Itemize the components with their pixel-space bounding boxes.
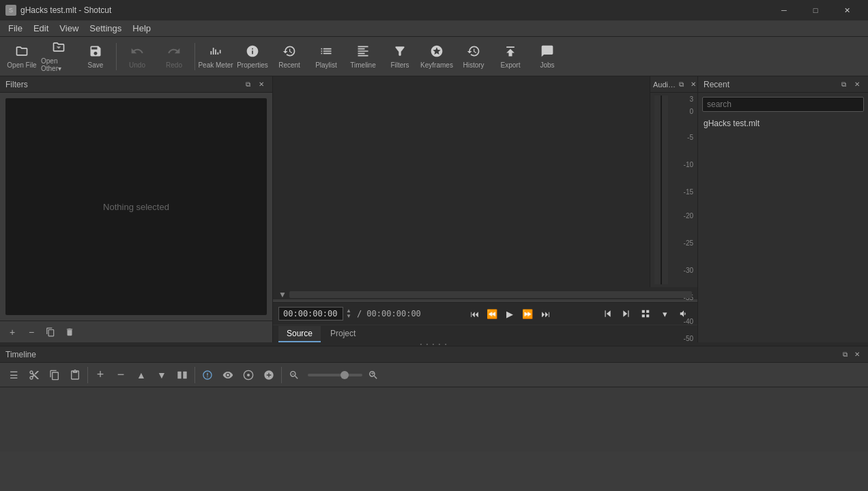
tl-add-button[interactable]: +: [91, 366, 110, 385]
undo-button[interactable]: Undo: [119, 39, 155, 74]
recent-panel-header: Recent ⧉ ✕: [698, 76, 868, 93]
tl-menu-button[interactable]: ☰: [4, 366, 23, 385]
recent-panel-close[interactable]: ✕: [852, 79, 863, 90]
tl-paste-button[interactable]: [66, 366, 85, 385]
grid-button[interactable]: [637, 306, 654, 322]
filter-nothing-selected: Nothing selected: [103, 202, 169, 212]
player-area: Audi… ⧉ ✕ 3 0 -5 -10 -15 -20 -25 -30 -35: [273, 76, 697, 287]
recent-search-input[interactable]: [702, 97, 864, 112]
tl-sep-2: [194, 367, 195, 383]
timeline-content: [0, 387, 868, 451]
recent-item-0[interactable]: gHacks test.mlt: [698, 116, 868, 131]
open-other-icon: [52, 40, 66, 56]
progress-bar[interactable]: [289, 291, 692, 298]
timeline-header: Timeline ⧉ ✕: [0, 346, 868, 363]
timeline-toolbar: ☰ + − ▲ ▼: [0, 363, 868, 387]
tl-overwrite-button[interactable]: ▼: [152, 366, 171, 385]
tl-zoom-in-button[interactable]: [364, 366, 383, 385]
menu-help[interactable]: Help: [127, 20, 156, 37]
zoom-thumb[interactable]: [341, 371, 349, 379]
svg-point-3: [247, 374, 250, 376]
export-icon: [504, 44, 517, 60]
tl-zoom-slider-area[interactable]: [308, 374, 362, 376]
open-file-button[interactable]: Open File: [4, 39, 40, 74]
tl-lift-button[interactable]: ▲: [132, 366, 151, 385]
timeline-button[interactable]: Timeline: [345, 39, 381, 74]
menu-edit[interactable]: Edit: [28, 20, 54, 37]
audio-bar-left: [654, 95, 661, 284]
video-player: [273, 76, 650, 287]
next-frame-button[interactable]: ⏩: [519, 306, 536, 322]
scale-neg20: -20: [684, 212, 693, 220]
filters-label: Filters: [390, 61, 409, 69]
tl-zoom-out-button[interactable]: [285, 366, 304, 385]
skip-start-button[interactable]: ⏮: [466, 306, 482, 322]
peak-meter-button[interactable]: Peak Meter: [198, 39, 233, 74]
grid-dropdown-button[interactable]: ▾: [656, 306, 673, 322]
timeline-close[interactable]: ✕: [852, 349, 863, 360]
history-button[interactable]: History: [456, 39, 491, 74]
maximize-button[interactable]: □: [800, 0, 831, 20]
recent-panel-undock[interactable]: ⧉: [838, 79, 849, 90]
tl-remove-button[interactable]: −: [111, 366, 130, 385]
out-point-button[interactable]: [618, 306, 635, 322]
redo-label: Redo: [166, 61, 182, 69]
player-right-controls: ▾: [599, 306, 692, 322]
delete-filter-button[interactable]: [61, 324, 78, 340]
scale-neg30: -30: [684, 267, 693, 274]
properties-button[interactable]: Properties: [235, 39, 270, 74]
timeline-title: Timeline: [5, 350, 36, 359]
time-display: ▲ ▼ / 00:00:00:00: [278, 307, 421, 321]
playlist-button[interactable]: Playlist: [308, 39, 344, 74]
progress-bar-area[interactable]: ▼: [273, 287, 697, 299]
close-button[interactable]: ✕: [831, 0, 863, 20]
remove-filter-button[interactable]: −: [23, 324, 40, 340]
filters-panel-close[interactable]: ✕: [256, 79, 267, 90]
keyframes-button[interactable]: Keyframes: [419, 39, 454, 74]
filters-button[interactable]: Filters: [382, 39, 418, 74]
audio-meter-undock[interactable]: ⧉: [676, 79, 686, 90]
title-bar: S gHacks test.mlt - Shotcut ─ □ ✕: [0, 0, 868, 20]
main-content: Filters ⧉ ✕ Nothing selected + −: [0, 76, 868, 342]
recent-button[interactable]: Recent: [272, 39, 307, 74]
progress-triangle: ▼: [278, 290, 287, 299]
menu-file[interactable]: File: [3, 20, 28, 37]
timeline-undock[interactable]: ⧉: [839, 349, 850, 360]
audio-meter: Audi… ⧉ ✕ 3 0 -5 -10 -15 -20 -25 -30 -35: [650, 76, 697, 287]
scale-neg25: -25: [684, 239, 693, 247]
play-button[interactable]: ▶: [502, 306, 518, 322]
prev-frame-button[interactable]: ⏪: [484, 306, 500, 322]
open-other-button[interactable]: Open Other▾: [41, 39, 76, 74]
add-filter-button[interactable]: +: [4, 324, 20, 340]
tl-ripple-button[interactable]: [218, 366, 237, 385]
tl-split-button[interactable]: [173, 366, 192, 385]
timecode-input[interactable]: [278, 307, 343, 321]
menu-view[interactable]: View: [54, 20, 84, 37]
source-tab[interactable]: Source: [278, 326, 321, 342]
tl-snap-button[interactable]: [198, 366, 217, 385]
tl-center-button[interactable]: [239, 366, 258, 385]
source-tabs: Source Project: [273, 325, 697, 342]
filters-panel-undock[interactable]: ⧉: [242, 79, 253, 90]
timeline-label: Timeline: [350, 61, 375, 69]
history-label: History: [463, 61, 484, 69]
skip-end-button[interactable]: ⏭: [537, 306, 553, 322]
in-point-button[interactable]: [599, 306, 616, 322]
zoom-slider[interactable]: [308, 374, 362, 376]
save-button[interactable]: Save: [78, 39, 113, 74]
tl-sep-3: [281, 367, 282, 383]
menu-settings[interactable]: Settings: [84, 20, 127, 37]
tl-all-tracks-button[interactable]: [259, 366, 278, 385]
scale-neg10: -10: [684, 161, 693, 168]
export-button[interactable]: Export: [493, 39, 528, 74]
minimize-button[interactable]: ─: [768, 0, 800, 20]
copy-filter-button[interactable]: [42, 324, 59, 340]
scale-neg40: -40: [684, 318, 693, 325]
keyframes-icon: [430, 44, 444, 60]
project-tab[interactable]: Project: [322, 326, 364, 342]
jobs-button[interactable]: Jobs: [530, 39, 565, 74]
tl-copy-button[interactable]: [45, 366, 64, 385]
tl-cut-button[interactable]: [25, 366, 44, 385]
redo-button[interactable]: Redo: [156, 39, 192, 74]
menu-bar: File Edit View Settings Help: [0, 20, 868, 37]
